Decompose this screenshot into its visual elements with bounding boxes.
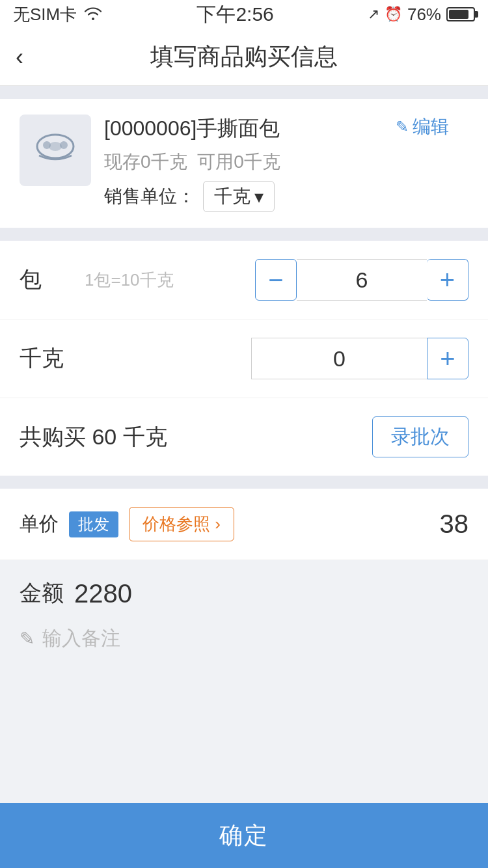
pack-row: 包 1包=10千克 − + <box>0 241 488 319</box>
edit-button[interactable]: ✎ 编辑 <box>396 115 449 139</box>
unit-label: 销售单位： <box>104 184 195 209</box>
kg-qty-input[interactable] <box>251 338 427 379</box>
remark-placeholder: 输入备注 <box>42 625 120 652</box>
amount-section: 金额 2280 ✎ 输入备注 <box>0 560 488 665</box>
alarm-icon: ⏰ <box>385 6 402 23</box>
divider-2 <box>0 476 488 489</box>
product-unit-row: 销售单位： 千克 ▾ <box>104 181 468 212</box>
total-row: 共购买 60 千克 录批次 <box>0 398 488 476</box>
divider-top <box>0 86 488 99</box>
status-bar: 无SIM卡 下午2:56 ↗ ⏰ 76% <box>0 0 488 29</box>
battery-icon <box>446 7 475 21</box>
battery-percent: 76% <box>407 5 441 25</box>
page-title: 填写商品购买信息 <box>150 41 338 73</box>
svg-point-3 <box>49 142 62 151</box>
price-ref-button[interactable]: 价格参照 › <box>129 507 234 541</box>
status-bar-right: ↗ ⏰ 76% <box>368 5 475 25</box>
location-icon: ↗ <box>368 6 379 23</box>
kg-input-wrap: + <box>85 338 468 379</box>
confirm-button[interactable]: 确定 <box>219 820 269 852</box>
chevron-down-icon: ▾ <box>254 186 264 208</box>
pack-label: 包 <box>20 265 72 295</box>
price-row: 单价 批发 价格参照 › 38 <box>0 489 488 560</box>
product-info: [0000006]手撕面包 现存0千克 可用0千克 销售单位： 千克 ▾ ✎ 编… <box>104 115 468 212</box>
pack-hint: 1包=10千克 <box>85 269 242 292</box>
status-bar-time: 下午2:56 <box>197 1 273 28</box>
kg-label: 千克 <box>20 344 72 373</box>
pack-input-section: 包 1包=10千克 − + 千克 + <box>0 241 488 398</box>
carrier-text: 无SIM卡 <box>13 3 77 26</box>
amount-row: 金额 2280 <box>20 578 468 608</box>
price-value: 38 <box>440 509 469 539</box>
back-button[interactable]: ‹ <box>16 44 23 71</box>
divider-1 <box>0 228 488 241</box>
pack-plus-button[interactable]: + <box>427 259 468 301</box>
price-label: 单价 <box>20 511 59 537</box>
status-bar-left: 无SIM卡 <box>13 3 103 26</box>
wifi-icon <box>83 5 103 25</box>
unit-value: 千克 <box>214 184 251 209</box>
edit-icon: ✎ <box>396 118 409 136</box>
batch-button[interactable]: 录批次 <box>372 416 468 457</box>
nav-bar: ‹ 填写商品购买信息 <box>0 29 488 86</box>
edit-label: 编辑 <box>413 115 449 139</box>
kg-input-box: + <box>251 338 468 379</box>
product-stock: 现存0千克 可用0千克 <box>104 150 468 174</box>
unit-select[interactable]: 千克 ▾ <box>203 181 275 212</box>
amount-label: 金额 <box>20 578 64 608</box>
pack-qty-input[interactable] <box>297 259 427 301</box>
total-label: 共购买 60 千克 <box>20 422 167 452</box>
product-image <box>20 115 91 186</box>
product-card: [0000006]手撕面包 现存0千克 可用0千克 销售单位： 千克 ▾ ✎ 编… <box>0 99 488 228</box>
pack-qty-control: − + <box>255 259 468 301</box>
confirm-bar: 确定 <box>0 803 488 868</box>
pack-minus-button[interactable]: − <box>255 259 297 301</box>
remark-icon: ✎ <box>20 628 34 649</box>
product-logo-svg <box>33 132 78 169</box>
remark-row[interactable]: ✎ 输入备注 <box>20 619 468 658</box>
price-tag-badge: 批发 <box>69 511 118 537</box>
amount-value: 2280 <box>74 579 132 608</box>
kg-row: 千克 + <box>0 319 488 398</box>
kg-plus-button[interactable]: + <box>427 338 468 379</box>
price-section: 单价 批发 价格参照 › 38 <box>0 489 488 560</box>
